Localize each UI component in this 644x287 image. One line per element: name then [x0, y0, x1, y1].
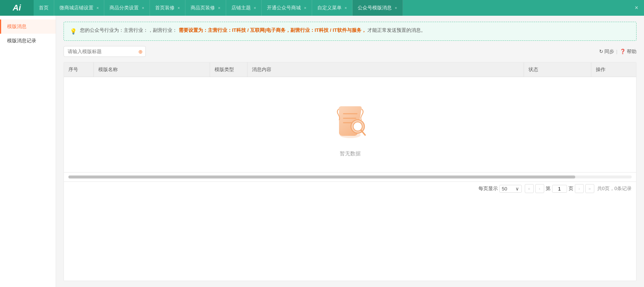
first-page-icon: « [528, 186, 530, 191]
tab-open-mall[interactable]: 开通公众号商城 × [262, 0, 312, 16]
tab-home[interactable]: 首页 [34, 0, 54, 16]
tab-template-msg-label: 公众号模版消息 [358, 4, 392, 11]
empty-icon [328, 100, 373, 144]
next-page-icon: › [579, 186, 580, 191]
page-size-label: 每页显示 [478, 185, 498, 192]
tab-homepage-decor-label: 首页装修 [155, 4, 175, 11]
sidebar-item-template-msg[interactable]: 模版消息 [0, 19, 56, 34]
search-icon[interactable]: ⊕ [138, 49, 143, 55]
last-page-button[interactable]: » [585, 184, 594, 193]
tab-category-settings[interactable]: 商品分类设置 × [104, 0, 150, 16]
tab-template-msg-close[interactable]: × [395, 6, 397, 10]
next-page-button[interactable]: › [575, 184, 584, 193]
last-page-icon: » [588, 186, 591, 191]
top-navigation: Ai 首页 微商城店铺设置 × 商品分类设置 × 首页装修 × 商品页装修 × … [0, 0, 644, 16]
tab-custom-menu-label: 自定义菜单 [317, 4, 342, 11]
help-icon: ❓ [620, 49, 626, 54]
horizontal-scrollbar[interactable] [64, 172, 636, 181]
search-bar: ⊕ ↻ 同步 | ❓ 帮助 [64, 46, 637, 57]
total-records-text: 共0页，0条记录 [597, 185, 632, 192]
tab-store-theme-label: 店铺主题 [231, 4, 251, 11]
first-page-button[interactable]: « [525, 184, 534, 193]
notice-prefix: 您的公众号行业为：主营行业：，副营行业： [80, 27, 177, 33]
content-area: 💡 您的公众号行业为：主营行业：，副营行业： 需要设置为：主营行业：IT科技 /… [56, 16, 644, 287]
col-header-status: 状态 [524, 62, 591, 77]
tab-template-msg[interactable]: 公众号模版消息 × [352, 0, 403, 16]
col-header-action: 操作 [591, 62, 636, 77]
tab-store-settings-close[interactable]: × [96, 6, 99, 10]
notice-icon: 💡 [70, 27, 77, 36]
toolbar-divider: | [616, 49, 617, 54]
sync-button[interactable]: ↻ 同步 [599, 48, 614, 55]
col-header-content: 消息内容 [247, 62, 524, 77]
tab-open-mall-close[interactable]: × [304, 6, 306, 10]
sync-icon: ↻ [599, 49, 603, 54]
sidebar-item-template-msg-record-label: 模版消息记录 [7, 38, 36, 43]
scrollbar-thumb[interactable] [68, 175, 575, 178]
help-button[interactable]: ❓ 帮助 [620, 48, 637, 55]
sidebar: 模版消息 模版消息记录 [0, 16, 56, 287]
page-navigation: « ‹ 第 页 › » [525, 184, 594, 193]
prev-page-button[interactable]: ‹ [535, 184, 544, 193]
col-header-type: 模版类型 [210, 62, 247, 77]
scrollbar-track[interactable] [68, 175, 632, 178]
tab-store-settings[interactable]: 微商城店铺设置 × [54, 0, 104, 16]
page-label-after: 页 [568, 185, 573, 192]
notice-banner: 💡 您的公众号行业为：主营行业：，副营行业： 需要设置为：主营行业：IT科技 /… [64, 22, 637, 41]
tab-store-theme[interactable]: 店铺主题 × [226, 0, 262, 16]
col-header-name: 模版名称 [94, 62, 210, 77]
tab-homepage-decor-close[interactable]: × [178, 6, 180, 10]
search-input-wrapper: ⊕ [64, 46, 146, 57]
page-label-before: 第 [546, 185, 551, 192]
sidebar-item-template-msg-label: 模版消息 [7, 24, 27, 29]
help-label: 帮助 [627, 48, 637, 55]
nav-tab-list: 首页 微商城店铺设置 × 商品分类设置 × 首页装修 × 商品页装修 × 店铺主… [34, 0, 629, 16]
tab-product-decor[interactable]: 商品页装修 × [185, 0, 226, 16]
notice-suffix: 才能正常发送预置的消息。 [367, 27, 426, 33]
prev-page-icon: ‹ [539, 186, 540, 191]
pagination-bar: 每页显示 50 ∨ « ‹ 第 页 [64, 181, 636, 195]
toolbar-right: ↻ 同步 | ❓ 帮助 [599, 48, 637, 55]
tab-home-label: 首页 [39, 4, 49, 11]
sidebar-item-template-msg-record[interactable]: 模版消息记录 [0, 34, 56, 48]
tab-custom-menu[interactable]: 自定义菜单 × [312, 0, 352, 16]
tab-category-settings-close[interactable]: × [142, 6, 144, 10]
page-size-value: 50 [502, 186, 507, 192]
page-size-select: 每页显示 50 ∨ [478, 185, 522, 193]
current-page-input[interactable] [552, 185, 567, 193]
tab-open-mall-label: 开通公众号商城 [267, 4, 301, 11]
notice-highlight: 需要设置为：主营行业：IT科技 / 互联网|电子商务，副营行业：IT科技 / I… [179, 27, 366, 33]
tab-homepage-decor[interactable]: 首页装修 × [150, 0, 185, 16]
empty-text: 暂无数据 [340, 150, 361, 157]
main-layout: 模版消息 模版消息记录 💡 您的公众号行业为：主营行业：，副营行业： 需要设置为… [0, 16, 644, 287]
tab-product-decor-close[interactable]: × [218, 6, 220, 10]
tab-product-decor-label: 商品页装修 [191, 4, 215, 11]
col-header-seq: 序号 [64, 62, 94, 77]
chevron-down-icon: ∨ [515, 186, 519, 192]
sync-label: 同步 [604, 48, 614, 55]
tab-store-settings-label: 微商城店铺设置 [59, 4, 93, 11]
notice-text: 您的公众号行业为：主营行业：，副营行业： 需要设置为：主营行业：IT科技 / 互… [80, 27, 426, 34]
tab-category-settings-label: 商品分类设置 [110, 4, 139, 11]
app-logo: Ai [0, 0, 34, 16]
empty-state: 暂无数据 [64, 77, 636, 172]
svg-point-7 [355, 124, 357, 126]
data-table: 序号 模版名称 模版类型 消息内容 状态 操作 [64, 62, 637, 281]
tab-custom-menu-close[interactable]: × [345, 6, 347, 10]
tab-store-theme-close[interactable]: × [254, 6, 256, 10]
search-input[interactable] [64, 46, 146, 57]
table-header: 序号 模版名称 模版类型 消息内容 状态 操作 [64, 62, 636, 77]
global-close-button[interactable]: × [629, 0, 644, 16]
page-size-dropdown[interactable]: 50 ∨ [499, 185, 522, 193]
